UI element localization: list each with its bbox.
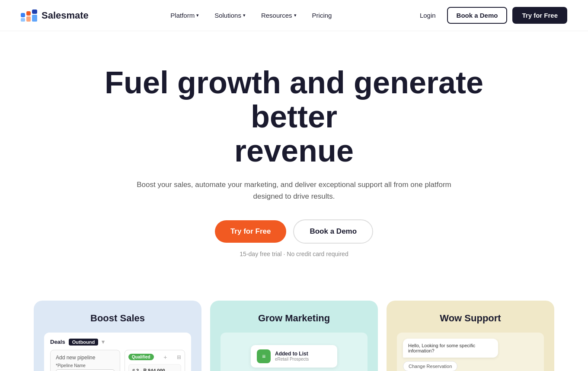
platform-chevron-icon: ▾ [196,13,199,18]
grow-marketing-title: Grow Marketing [258,313,330,324]
qualified-column: Qualified + ⊞ # 2 - ℙ $44,000 Dibbert Gr… [125,350,185,371]
try-free-nav-button[interactable]: Try for Free [512,7,567,24]
hero-title: Fuel growth and generate better revenue [99,66,489,168]
nav-platform[interactable]: Platform ▾ [164,8,205,22]
nav-links: Platform ▾ Solutions ▾ Resources ▾ Prici… [164,8,338,22]
nav-solutions[interactable]: Solutions ▾ [208,8,252,22]
pipeline-name-label: *Pipeline Name [56,363,115,368]
pipeline-name-input[interactable]: Transformation [56,369,115,371]
flow-node-add-to-list: ≡ Added to List eRetail Prospects [251,345,337,368]
deals-label: Deals [50,339,65,345]
solutions-chevron-icon: ▾ [243,13,246,18]
pipeline-header: Deals Outbound ▾ [50,339,185,346]
deal-value: # 2 - ℙ $44,000 [132,368,177,371]
marketing-flow: ≡ Added to List eRetail Prospects ↓ ✉ Se… [251,345,337,371]
wow-support-card: Wow Support Hello, Looking for some spec… [387,301,554,371]
boost-sales-card: Boost Sales Deals Outbound ▾ Add new pip… [34,301,201,371]
grow-marketing-mockup: ≡ Added to List eRetail Prospects ↓ ✉ Se… [220,333,368,371]
wow-support-title: Wow Support [440,313,501,324]
book-demo-nav-button[interactable]: Book a Demo [447,7,508,24]
chat-greeting: Hello, Looking for some specific informa… [403,339,498,358]
node1-title: Added to List [275,351,309,357]
svg-rect-3 [26,16,31,22]
nav-actions: Login Book a Demo Try for Free [414,7,567,24]
add-pipeline-label: Add new pipeline [56,355,115,361]
qualified-header: Qualified + ⊞ [128,354,181,361]
navigation: Salesmate Platform ▾ Solutions ▾ Resourc… [0,0,588,31]
hero-cta-group: Try for Free Book a Demo [55,219,533,244]
feature-cards: Boost Sales Deals Outbound ▾ Add new pip… [13,283,575,371]
svg-rect-1 [21,18,25,22]
hero-trial-note: 15-day free trial · No credit card requi… [55,251,533,257]
svg-rect-2 [26,11,31,16]
logo-text: Salesmate [42,10,89,21]
list-icon: ≡ [257,349,271,363]
grow-marketing-card: Grow Marketing ≡ Added to List eRetail P… [210,301,378,371]
svg-rect-0 [21,13,25,17]
book-demo-hero-button[interactable]: Book a Demo [293,219,373,244]
outbound-badge: Outbound [69,339,99,346]
svg-rect-4 [32,10,37,14]
dropdown-icon: ▾ [102,339,105,345]
qualified-badge: Qualified [128,354,154,360]
flow-arrow-1: ↓ [292,369,296,371]
svg-rect-5 [32,15,37,22]
grid-icon[interactable]: ⊞ [177,354,181,360]
nav-resources[interactable]: Resources ▾ [255,8,303,22]
try-free-hero-button[interactable]: Try for Free [215,220,287,243]
login-button[interactable]: Login [414,8,442,22]
deal-card: # 2 - ℙ $44,000 Dibbert Group Name: Jame… [128,364,181,371]
nav-pricing[interactable]: Pricing [306,8,338,22]
logo[interactable]: Salesmate [21,10,89,22]
add-icon[interactable]: + [163,354,167,361]
quick-reply-change[interactable]: Change Reservation [403,361,457,371]
wow-support-mockup: Hello, Looking for some specific informa… [397,333,544,371]
resources-chevron-icon: ▾ [294,13,297,18]
pipeline-ui: Deals Outbound ▾ Add new pipeline *Pipel… [50,339,185,371]
boost-sales-title: Boost Sales [90,313,145,324]
quick-replies: Change Reservation New Reservation Talk … [403,361,538,371]
node1-sub: eRetail Prospects [275,357,309,361]
hero-section: Fuel growth and generate better revenue … [35,31,553,283]
boost-sales-mockup: Deals Outbound ▾ Add new pipeline *Pipel… [44,333,191,371]
hero-subtitle: Boost your sales, automate your marketin… [125,179,463,202]
